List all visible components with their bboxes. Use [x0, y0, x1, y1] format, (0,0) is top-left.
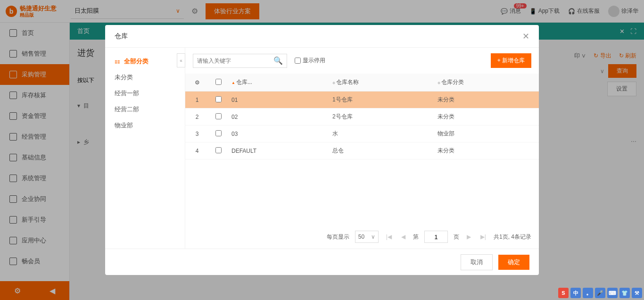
modal-body: « ⚏ 全部分类 未分类 经营一部 经营二部 物业部 🔍 — [105, 48, 539, 249]
search-box: 🔍 — [193, 54, 287, 68]
page-input[interactable] — [424, 231, 448, 243]
cancel-button[interactable]: 取消 — [461, 254, 493, 270]
row-checkbox[interactable] — [215, 113, 222, 119]
category-item[interactable]: 物业部 — [105, 117, 185, 133]
ime-skin-icon[interactable]: 👕 — [619, 288, 630, 298]
add-warehouse-button[interactable]: + 新增仓库 — [491, 53, 531, 68]
checkbox-column — [209, 74, 228, 92]
category-sidebar: « ⚏ 全部分类 未分类 经营一部 经营二部 物业部 — [105, 48, 185, 249]
row-checkbox[interactable] — [215, 130, 222, 136]
ime-keyboard-icon[interactable]: ⌨ — [607, 288, 618, 298]
modal-header: 仓库 ✕ — [105, 25, 539, 48]
table-row[interactable]: 4 DEFAULT 总仓 未分类 — [185, 142, 539, 159]
last-page-icon[interactable]: ▶| — [479, 233, 488, 240]
category-item[interactable]: 经营一部 — [105, 85, 185, 101]
ime-sogou-icon[interactable]: S — [558, 288, 569, 298]
category-item[interactable]: 未分类 — [105, 69, 185, 85]
grid-icon: ⚏ — [115, 58, 120, 65]
collapse-button[interactable]: « — [177, 53, 185, 67]
per-page-select[interactable]: 50∨ — [355, 231, 379, 243]
ime-lang-icon[interactable]: 中 — [570, 288, 581, 298]
pagination: 每页显示 50∨ |◀ ◀ 第 页 ▶ ▶| 共1页, 4条记录 — [185, 225, 539, 249]
prev-page-icon[interactable]: ◀ — [399, 233, 407, 240]
ime-punct-icon[interactable]: ｡ — [583, 288, 593, 298]
search-icon[interactable]: 🔍 — [273, 56, 283, 65]
category-item[interactable]: 经营二部 — [105, 101, 185, 117]
ime-bar: S 中 ｡ 🎤 ⌨ 👕 ⚒ — [558, 288, 642, 298]
warehouse-table: ⚙ ▲仓库... ◆仓库名称 ◆仓库分类 1 01 1号仓库 — [185, 74, 539, 159]
category-all[interactable]: ⚏ 全部分类 — [105, 53, 185, 69]
row-checkbox[interactable] — [215, 96, 222, 102]
code-column[interactable]: ▲仓库... — [228, 74, 329, 92]
show-disabled-checkbox[interactable]: 显示停用 — [295, 57, 325, 65]
gear-column[interactable]: ⚙ — [185, 74, 209, 92]
modal-footer: 取消 确定 — [105, 249, 539, 275]
page-summary: 共1页, 4条记录 — [494, 233, 531, 241]
warehouse-modal: 仓库 ✕ « ⚏ 全部分类 未分类 经营一部 经营二部 物业部 🔍 — [105, 25, 539, 275]
table-row[interactable]: 3 03 水 物业部 — [185, 125, 539, 142]
ime-mic-icon[interactable]: 🎤 — [595, 288, 605, 298]
checkbox-input[interactable] — [295, 58, 301, 64]
search-input[interactable] — [197, 58, 273, 64]
ime-tool-icon[interactable]: ⚒ — [632, 288, 642, 298]
modal-overlay: 仓库 ✕ « ⚏ 全部分类 未分类 经营一部 经营二部 物业部 🔍 — [0, 0, 644, 300]
row-checkbox[interactable] — [215, 147, 222, 153]
next-page-icon[interactable]: ▶ — [465, 233, 473, 240]
per-page-label: 每页显示 — [327, 233, 349, 241]
table-row[interactable]: 2 02 2号仓库 未分类 — [185, 108, 539, 125]
name-column[interactable]: ◆仓库名称 — [329, 74, 434, 92]
modal-title: 仓库 — [115, 32, 128, 41]
modal-main: 🔍 显示停用 + 新增仓库 ⚙ ▲仓库... ◆仓库名称 — [185, 48, 539, 249]
select-all-checkbox[interactable] — [215, 79, 222, 85]
confirm-button[interactable]: 确定 — [498, 255, 529, 270]
category-column[interactable]: ◆仓库分类 — [434, 74, 539, 92]
close-icon[interactable]: ✕ — [522, 31, 529, 42]
first-page-icon[interactable]: |◀ — [384, 233, 394, 240]
table-row[interactable]: 1 01 1号仓库 未分类 — [185, 92, 539, 108]
modal-toolbar: 🔍 显示停用 + 新增仓库 — [185, 48, 539, 74]
